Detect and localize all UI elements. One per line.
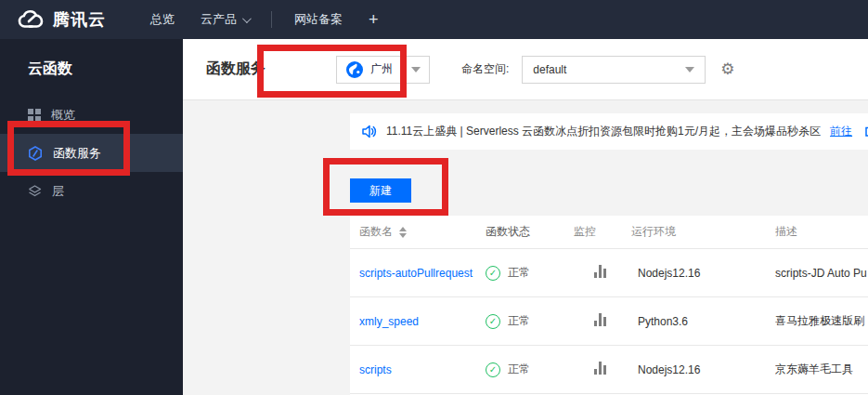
table-row: xmly_speed ✓ 正常 Python3.6 喜马拉雅极速版刷 [350, 297, 868, 346]
sidebar-item-layers[interactable]: 层 [0, 172, 183, 210]
function-name-link[interactable]: scripts-autoPullrequest [359, 267, 473, 280]
sidebar-item-overview-label: 概览 [51, 107, 75, 124]
status-text: 正常 [508, 362, 530, 377]
add-tab-button[interactable]: + [356, 10, 392, 30]
function-name-link[interactable]: scripts [359, 363, 392, 376]
nav-website-icp-label: 网站备案 [294, 11, 343, 28]
grid-icon [28, 109, 41, 122]
monitor-chart-icon[interactable] [594, 313, 606, 326]
page-header: 函数服务 广州 命名空间: default ⚙ [183, 39, 868, 100]
region-selector[interactable]: 广州 [336, 56, 430, 84]
nav-overview[interactable]: 总览 [137, 0, 188, 39]
region-value: 广州 [370, 61, 405, 77]
gear-icon[interactable]: ⚙ [720, 61, 734, 77]
sidebar-item-function-service-label: 函数服务 [53, 145, 101, 162]
nav-cloud-products[interactable]: 云产品 [188, 0, 262, 39]
create-button[interactable]: 新建 [350, 178, 411, 203]
nav-divider [271, 11, 272, 28]
chevron-down-icon [242, 14, 252, 23]
globe-icon [345, 60, 364, 79]
topbar: 腾讯云 总览 云产品 网站备案 + [0, 0, 868, 39]
layers-icon [28, 184, 42, 198]
namespace-value: default [533, 63, 566, 76]
topbar-nav: 总览 云产品 网站备案 + [137, 0, 392, 39]
cloud-logo-icon [17, 9, 45, 30]
col-header-name: 函数名 [350, 224, 486, 240]
banner-text: 11.11云上盛典 | Serverless 云函数冰点折扣资源包限时抢购1元/… [386, 124, 821, 139]
namespace-caret-icon [685, 67, 694, 72]
table-row: scripts ✓ 正常 Nodejs12.16 京东薅羊毛工具 [350, 346, 868, 394]
speaker-icon [362, 125, 377, 138]
function-name-link[interactable]: xmly_speed [359, 315, 419, 328]
sidebar-item-overview[interactable]: 概览 [0, 96, 183, 134]
table-row: scripts-autoPullrequest ✓ 正常 Nodejs12.16… [350, 249, 868, 297]
col-header-runtime: 运行环境 [631, 224, 775, 240]
sidebar-item-layers-label: 层 [52, 183, 64, 200]
col-header-status: 函数状态 [486, 224, 574, 240]
nav-website-icp[interactable]: 网站备案 [281, 0, 356, 39]
runtime-value: Python3.6 [631, 315, 775, 328]
status-ok-icon: ✓ [486, 266, 500, 281]
namespace-label: 命名空间: [461, 61, 509, 77]
function-table: 函数名 函数状态 监控 运行环境 描述 scripts-autoPullrequ… [350, 216, 868, 395]
col-header-monitor: 监控 [574, 224, 631, 240]
monitor-chart-icon[interactable] [594, 265, 606, 278]
promo-banner: 11.11云上盛典 | Serverless 云函数冰点折扣资源包限时抢购1元/… [350, 113, 868, 150]
description-value: 喜马拉雅极速版刷 [775, 313, 868, 329]
runtime-value: Nodejs12.16 [631, 363, 775, 376]
status-ok-icon: ✓ [486, 314, 500, 329]
scf-hexagon-icon [28, 146, 43, 161]
page-title: 函数服务 [206, 59, 266, 79]
logo-text: 腾讯云 [53, 8, 106, 31]
table-header-row: 函数名 函数状态 监控 运行环境 描述 [350, 216, 868, 249]
description-value: 京东薅羊毛工具 [775, 362, 868, 377]
status-text: 正常 [508, 313, 530, 329]
col-header-description: 描述 [775, 224, 868, 240]
banner-link[interactable]: 前往 [830, 124, 852, 139]
nav-overview-label: 总览 [150, 11, 175, 28]
sidebar: 云函数 概览 函数服务 层 [0, 39, 183, 395]
external-link-icon[interactable] [864, 125, 868, 138]
region-caret-icon [411, 67, 421, 72]
status-ok-icon: ✓ [486, 362, 500, 377]
runtime-value: Nodejs12.16 [631, 267, 775, 280]
description-value: scripts-JD Auto Pu [775, 267, 868, 280]
namespace-selector[interactable]: default [522, 56, 706, 84]
sidebar-item-function-service[interactable]: 函数服务 [0, 134, 183, 172]
tencent-cloud-logo[interactable]: 腾讯云 [17, 8, 106, 31]
status-text: 正常 [508, 265, 530, 281]
nav-cloud-products-label: 云产品 [201, 11, 237, 28]
sort-icon[interactable] [399, 227, 407, 238]
monitor-chart-icon[interactable] [594, 362, 606, 375]
sidebar-title: 云函数 [0, 39, 183, 96]
